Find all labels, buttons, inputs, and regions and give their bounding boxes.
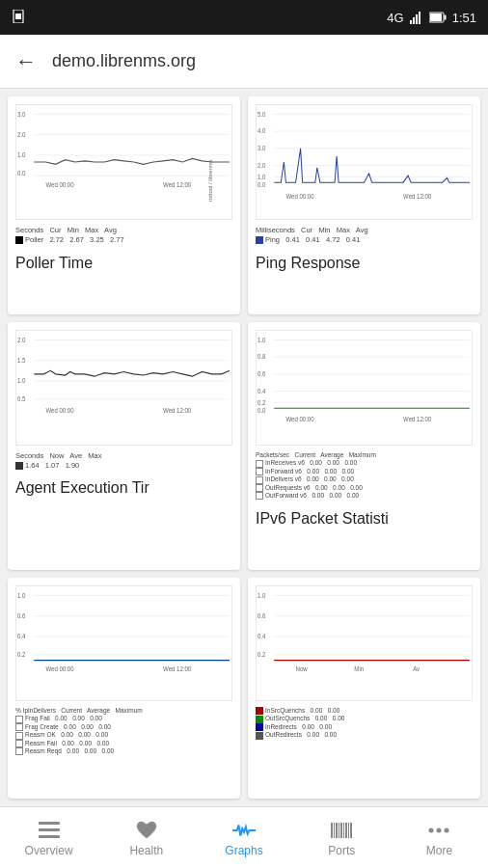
back-button[interactable]: ← [15,49,37,74]
svg-text:0.5: 0.5 [17,395,26,403]
svg-text:2.0: 2.0 [17,131,26,139]
legend-fragment: % IpInDelivers Current Average Maximum F… [15,707,232,756]
svg-text:1.0: 1.0 [17,591,26,599]
svg-text:0.4: 0.4 [17,633,26,640]
legend-ping: Milliseconds Cur Min Max Avg Ping 0.41 0… [256,226,473,245]
svg-point-98 [429,827,434,832]
svg-rect-5 [419,12,420,24]
svg-rect-21 [257,105,472,219]
dots-icon [427,819,450,842]
svg-text:0.0: 0.0 [258,406,266,414]
nav-more[interactable]: More [391,813,488,863]
svg-text:1.0: 1.0 [258,591,266,599]
svg-rect-86 [39,822,60,825]
svg-rect-94 [343,823,344,838]
svg-text:0.2: 0.2 [17,651,26,659]
chart-ip-fragment: 1.0 0.6 0.4 0.2 Wed 00:00 Wed 12:00 [15,585,232,701]
svg-text:Wed 12:00: Wed 12:00 [163,181,192,189]
chart-icmp-stats: 1.0 0.6 0.4 0.2 Now Min Av [256,585,473,701]
svg-rect-89 [331,823,333,838]
svg-text:Wed 12:00: Wed 12:00 [163,406,192,414]
top-bar: ← demo.librenms.org [0,35,488,89]
chart-ping-response: 5.0 4.0 3.0 2.0 1.0 0.0 Wed 00:00 Wed 12… [256,104,473,220]
nav-overview[interactable]: Overview [0,813,97,863]
svg-text:0.0: 0.0 [258,181,266,189]
chart-agent-exec: 2.0 1.5 1.0 0.5 Wed 00:00 Wed 12:00 [15,330,232,446]
svg-text:Wed 00:00: Wed 00:00 [45,181,74,189]
title-ipv6-packet: IPv6 Packet Statisti [256,506,473,528]
svg-text:2.0: 2.0 [17,336,26,343]
svg-rect-87 [39,828,60,831]
network-type: 4G [387,11,403,25]
signal-icon [410,11,423,24]
svg-text:0.4: 0.4 [258,633,266,640]
barcode-icon [330,819,353,842]
chart-poller-time: 3.0 2.0 1.0 0.0 Wed 00:00 Wed 12:00 rrdt… [15,104,232,220]
svg-text:Wed 00:00: Wed 00:00 [285,416,314,423]
svg-text:1.5: 1.5 [17,357,26,365]
svg-text:0.6: 0.6 [17,612,26,620]
page-title: demo.librenms.org [52,51,196,71]
svg-text:1.0: 1.0 [17,377,26,385]
chart-ipv6-packet: 1.0 0.8 0.6 0.4 0.2 0.0 Wed 00:00 Wed 12… [256,330,473,446]
nav-overview-label: Overview [25,844,73,857]
svg-point-100 [445,827,449,832]
svg-rect-92 [339,823,339,838]
svg-text:rrdtool / librenms: rrdtool / librenms [207,159,213,202]
legend-agent: Seconds Now Ave Max 1.64 1.07 1.90 [15,451,232,471]
svg-rect-1 [15,14,21,19]
bottom-nav: Overview Health Graphs [0,806,488,868]
svg-text:Min: Min [354,665,364,673]
svg-rect-7 [444,15,446,20]
title-agent-exec: Agent Execution Tir [15,475,232,497]
svg-rect-91 [336,823,338,838]
svg-text:Wed 00:00: Wed 00:00 [285,192,314,200]
sim-icon [12,10,25,26]
card-icmp-stats: 1.0 0.6 0.4 0.2 Now Min Av InSrcQuenchs … [248,578,480,799]
nav-graphs[interactable]: Graphs [195,813,292,863]
nav-ports[interactable]: Ports [293,813,391,863]
card-poller-time: 3.0 2.0 1.0 0.0 Wed 00:00 Wed 12:00 rrdt… [8,96,240,314]
title-poller-time: Poller Time [15,251,232,272]
pulse-icon [232,819,256,842]
nav-graphs-label: Graphs [225,844,262,857]
status-bar: 4G 1:51 [0,0,488,35]
svg-text:0.2: 0.2 [258,398,266,406]
svg-rect-9 [16,105,231,219]
svg-text:0.6: 0.6 [258,370,266,378]
nav-health-label: Health [129,844,163,857]
svg-text:Wed 12:00: Wed 12:00 [163,665,192,673]
svg-text:0.0: 0.0 [17,170,26,177]
legend-icmp: InSrcQuenchs 0.00 0.00 OutSrcQuenchs 0.0… [256,707,473,740]
svg-rect-73 [257,586,472,700]
svg-text:0.6: 0.6 [258,612,266,620]
svg-rect-61 [16,586,231,700]
svg-rect-97 [350,823,352,838]
svg-rect-90 [334,823,335,838]
card-ipv6-packet: 1.0 0.8 0.6 0.4 0.2 0.0 Wed 00:00 Wed 12… [248,322,480,570]
nav-ports-label: Ports [328,844,355,857]
title-ping-response: Ping Response [256,251,473,272]
svg-rect-95 [345,823,347,838]
svg-text:0.4: 0.4 [258,387,266,394]
nav-health[interactable]: Health [97,813,195,863]
card-ip-fragment: 1.0 0.6 0.4 0.2 Wed 00:00 Wed 12:00 % Ip… [8,578,240,799]
svg-text:Wed 12:00: Wed 12:00 [403,416,432,423]
svg-rect-3 [413,17,415,24]
svg-text:Now: Now [296,665,308,673]
svg-text:3.0: 3.0 [17,110,26,118]
svg-text:0.2: 0.2 [258,651,266,659]
svg-text:4.0: 4.0 [258,127,266,135]
svg-text:1.0: 1.0 [258,336,266,343]
status-left [12,10,25,26]
legend-poller: Seconds Cur Min Max Avg Poller 2.72 2.67… [15,226,232,245]
battery-icon [429,12,447,23]
svg-rect-2 [410,20,412,24]
status-right: 4G 1:51 [387,11,476,25]
svg-text:3.0: 3.0 [258,145,266,152]
svg-text:Wed 12:00: Wed 12:00 [403,192,432,200]
svg-text:0.8: 0.8 [258,353,266,361]
svg-rect-8 [430,14,442,21]
svg-text:2.0: 2.0 [258,161,266,169]
svg-text:Av: Av [413,665,420,673]
